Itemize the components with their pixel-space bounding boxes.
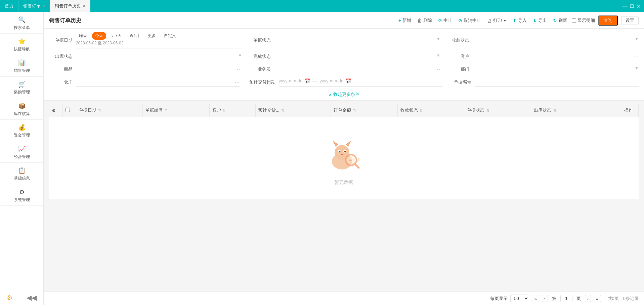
warehouse-dots-icon: …: [234, 78, 240, 84]
sidebar-item-inventory-check-label: 库存核算: [14, 111, 30, 117]
filter-payment-status-field[interactable]: ▼: [473, 36, 639, 45]
sidebar-item-inventory-check[interactable]: 📦 库存核算: [0, 98, 43, 120]
date-btn-1month[interactable]: 近1月: [127, 32, 143, 40]
date-btn-custom[interactable]: 自定义: [161, 32, 179, 40]
filter-row-3: 商品 … 业务员 … 部门 ▼: [49, 65, 639, 74]
sales-mgmt-icon: 📊: [18, 59, 26, 67]
refresh-button[interactable]: ↻ 刷新: [552, 17, 568, 24]
basic-info-icon: 📋: [18, 167, 26, 174]
th-doc-status[interactable]: 单据状态 ⇅: [464, 104, 531, 117]
total-text: 共0页，0条记录: [608, 296, 639, 302]
sidebar-item-sys-mgmt-label: 系统管理: [14, 197, 30, 203]
th-number[interactable]: 单据编号 ⇅: [143, 104, 210, 117]
filter-label-dept: 部门: [446, 66, 473, 72]
import-button[interactable]: ⬆ 导入: [511, 17, 528, 24]
date-btn-today[interactable]: 今天: [92, 32, 106, 40]
collapse-up-icon: ∧: [329, 92, 332, 97]
tab-sales-order-history-label: 销售订单历史: [55, 3, 81, 9]
tab-sales-order-history[interactable]: 销售订单历史 ×: [50, 0, 90, 12]
th-payment-status-sort-icon: ⇅: [420, 108, 423, 112]
sidebar-item-fund-mgmt[interactable]: 💰 资金管理: [0, 120, 43, 141]
close-icon[interactable]: ✕: [636, 3, 641, 9]
export-icon: ⬇: [533, 18, 537, 23]
filter-doc-status-field[interactable]: ▼: [274, 36, 440, 45]
tab-sales-order-label: 销售订单: [23, 3, 41, 9]
stop-button[interactable]: ⊘ 中止: [437, 17, 454, 24]
tab-sales-order[interactable]: 销售订单 ×: [18, 0, 50, 12]
empty-state-cell: 暂无数据: [49, 117, 639, 199]
filter-goods-field[interactable]: …: [76, 65, 242, 74]
display-detail-input[interactable]: [572, 18, 576, 23]
page-title: 销售订单历史: [49, 17, 397, 24]
tab-home-label: 首页: [5, 3, 13, 9]
delete-button[interactable]: 🗑 删除: [416, 17, 433, 24]
filter-delivery-date-field[interactable]: yyyy-mm-dd 📅 — yyyy-mm-dd 📅: [279, 77, 443, 87]
th-out-status-label: 出库状态: [534, 108, 551, 113]
delivery-from-cal-icon[interactable]: 📅: [304, 78, 310, 84]
sidebar-item-search-menu[interactable]: 🔍 搜索菜单: [0, 12, 43, 34]
prev-page-button[interactable]: ‹: [542, 295, 548, 302]
date-range-text: 2023-06-02 至 2023-06-02: [76, 40, 242, 46]
display-detail-checkbox[interactable]: 显示明细: [572, 17, 595, 24]
th-delivery-date[interactable]: 预计交货... ⇅: [255, 104, 331, 117]
empty-state: 暂无数据: [49, 117, 639, 199]
new-button[interactable]: + 新增: [397, 17, 413, 24]
sidebar-settings-icon[interactable]: ⚙: [7, 294, 13, 302]
next-page-button[interactable]: ›: [585, 295, 591, 302]
th-customer[interactable]: 客户 ⇅: [209, 104, 255, 117]
page-label-pre: 第: [552, 296, 556, 302]
sidebar-item-quick-nav-label: 快捷导航: [14, 46, 30, 52]
date-btn-more[interactable]: 更多: [145, 32, 159, 40]
print-button[interactable]: 🖨 打印 ▼: [486, 17, 508, 24]
th-delivery-date-sort-icon: ⇅: [281, 108, 284, 112]
filter-label-salesperson: 业务员: [247, 66, 274, 72]
th-settings[interactable]: ⚙: [49, 104, 62, 117]
first-page-button[interactable]: «: [532, 295, 539, 302]
th-date[interactable]: 单据日期 ⇅: [76, 104, 143, 117]
sidebar-item-sales-mgmt[interactable]: 📊 销售管理: [0, 55, 43, 77]
last-page-button[interactable]: »: [594, 295, 601, 302]
th-payment-status[interactable]: 收款状态 ⇅: [397, 104, 464, 117]
cancel-stop-button[interactable]: ⊘ 取消中止: [457, 17, 482, 24]
tab-home[interactable]: 首页: [0, 0, 18, 12]
filter-warehouse-field[interactable]: …: [76, 77, 240, 87]
filter-salesperson-field[interactable]: …: [274, 65, 440, 74]
sidebar-item-sys-mgmt[interactable]: ⚙ 系统管理: [0, 184, 43, 206]
sidebar: 🔍 搜索菜单 ⭐ 快捷导航 📊 销售管理 🛒 采购管理 📦 库存核算 💰 资金管…: [0, 12, 44, 305]
th-checkbox[interactable]: [62, 104, 76, 117]
tab-sales-order-close[interactable]: ×: [43, 4, 45, 8]
filter-dept-field[interactable]: ▼: [473, 65, 639, 74]
export-button[interactable]: ⬇ 导出: [531, 17, 548, 24]
sidebar-item-quick-nav[interactable]: ⭐ 快捷导航: [0, 34, 43, 55]
th-out-status[interactable]: 出库状态 ⇅: [531, 104, 598, 117]
page-size-select[interactable]: 50 100 200: [510, 295, 529, 302]
sidebar-item-purchase-mgmt[interactable]: 🛒 采购管理: [0, 77, 43, 98]
filter-complete-status-field[interactable]: ▼: [274, 52, 440, 61]
settings-button[interactable]: 设置: [621, 16, 639, 25]
page-size-label: 每页显示: [490, 296, 508, 302]
query-button[interactable]: 查询: [598, 15, 618, 26]
table-settings-icon[interactable]: ⚙: [52, 108, 56, 113]
sidebar-collapse-icon[interactable]: ◀◀: [27, 294, 37, 302]
expand-icon[interactable]: □: [630, 3, 634, 9]
date-btn-yesterday[interactable]: 昨天: [76, 32, 90, 40]
th-amount-label: 订单金额: [334, 108, 351, 113]
sidebar-bottom: ⚙ ◀◀: [0, 290, 43, 305]
top-bar-controls: — □ ✕: [622, 3, 644, 9]
filter-out-status-field[interactable]: ▼: [76, 52, 242, 61]
th-amount[interactable]: 订单金额 ⇅: [331, 104, 398, 117]
select-all-checkbox[interactable]: [66, 108, 70, 112]
print-icon: 🖨: [487, 18, 492, 23]
filter-doc-number-field[interactable]: [475, 77, 639, 87]
sidebar-item-biz-mgmt[interactable]: 📈 经营管理: [0, 141, 43, 163]
page-number-input[interactable]: [560, 295, 572, 302]
collapse-bar[interactable]: ∧ 收起更多条件: [49, 90, 639, 100]
filter-row-1: 单据日期 昨天 今天 近7天 近1月 更多 自定义 2023-06-02 至 2…: [49, 32, 639, 48]
filter-customer-field[interactable]: …: [473, 52, 639, 61]
delivery-to-cal-icon[interactable]: 📅: [345, 78, 351, 84]
date-btn-7days[interactable]: 近7天: [108, 32, 125, 40]
svg-point-8: [339, 151, 341, 153]
tab-sales-order-history-close[interactable]: ×: [83, 4, 85, 8]
sidebar-item-basic-info[interactable]: 📋 基础信息: [0, 163, 43, 184]
minimize-icon[interactable]: —: [622, 3, 628, 9]
